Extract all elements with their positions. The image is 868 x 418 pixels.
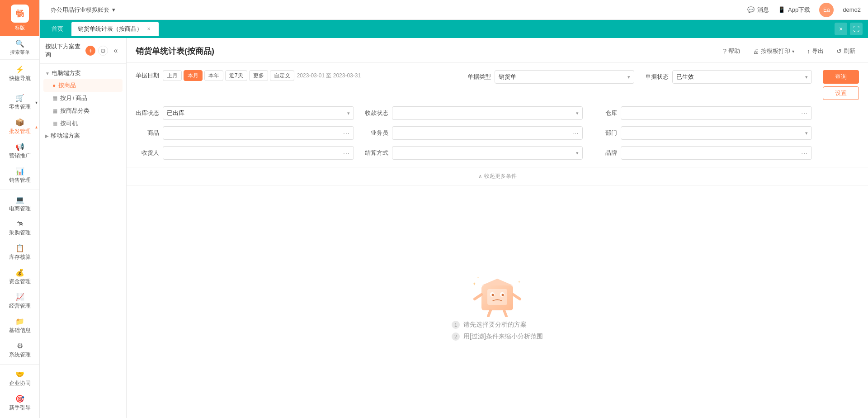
main-area: 办公用品行业模拟账套 ▾ 💬 消息 📱 App下载 Ea demo2 首页 销货…	[40, 0, 868, 418]
operations-icon: 📈	[15, 293, 24, 301]
filter-group-desktop: ▼ 电脑端方案 ● 按商品 ▦ 按月+商品 ▦ 按商品分类	[40, 67, 126, 130]
date-btn-7days[interactable]: 近7天	[225, 70, 247, 81]
filter-group-mobile: ▶ 移动端方案	[40, 130, 126, 142]
sales-mgmt-icon: 📊	[15, 167, 24, 176]
filter-item-by-month-product[interactable]: ▦ 按月+商品	[43, 92, 123, 104]
payment-status-arrow: ▾	[576, 110, 579, 116]
template-print-btn[interactable]: 🖨 按模板打印 ▾	[749, 45, 798, 57]
doc-status-value: 已生效	[676, 73, 694, 81]
svg-text:✦: ✦	[518, 280, 521, 284]
purchase-icon: 🛍	[16, 220, 24, 228]
collapse-conditions-btn[interactable]: ∧ 收起更多条件	[473, 171, 522, 181]
sidebar-search-label: 搜索菜单	[10, 49, 30, 56]
sidebar-item-inventory[interactable]: 📋 库存核算	[0, 240, 39, 265]
salesman-field: 业务员 ···	[365, 126, 583, 140]
sidebar-item-basic-info[interactable]: 📁 基础信息	[0, 314, 39, 338]
date-btn-this-month[interactable]: 本月	[184, 70, 203, 81]
warehouse-status-select[interactable]: 已出库 ▾	[163, 106, 354, 120]
tab-close-all-btn[interactable]: ×	[835, 23, 847, 35]
date-btn-last-month[interactable]: 上月	[163, 70, 182, 81]
payment-status-select[interactable]: ▾	[392, 106, 583, 120]
sidebar-item-wholesale[interactable]: 📦 批发管理 ▴	[0, 114, 39, 139]
settings-btn[interactable]: 设置	[823, 86, 859, 100]
tab-close-btn[interactable]: ×	[145, 25, 152, 33]
product-input[interactable]: ···	[163, 126, 354, 140]
filter-group-mobile-header[interactable]: ▶ 移动端方案	[43, 130, 123, 142]
hint-label-2: 用[过滤]条件来缩小分析范围	[463, 332, 543, 341]
product-field: 商品 ···	[136, 126, 354, 140]
dept-select[interactable]: ▾	[621, 126, 812, 140]
sidebar-item-operations[interactable]: 📈 经营管理	[0, 289, 39, 314]
date-btn-more[interactable]: 更多	[249, 70, 268, 81]
logo-area[interactable]: 畅 标版	[0, 0, 39, 36]
doc-status-label: 单据状态	[645, 73, 669, 81]
hint-badge-1: 1	[452, 321, 460, 329]
filter-item-by-category[interactable]: ▦ 按商品分类	[43, 104, 123, 117]
date-btn-custom[interactable]: 自定义	[270, 70, 294, 81]
doc-type-select[interactable]: 销货单 ▾	[495, 70, 634, 84]
filter-item-by-product[interactable]: ● 按商品	[43, 79, 123, 92]
message-btn[interactable]: 💬 消息	[747, 6, 769, 14]
query-btn[interactable]: 查询	[823, 70, 859, 84]
filter-add-btn[interactable]: +	[85, 46, 95, 56]
filter-panel-title: 按以下方案查询	[45, 43, 83, 59]
search-icon: 🔍	[15, 39, 24, 48]
sidebar-item-ecommerce[interactable]: 💻 电商管理	[0, 192, 39, 216]
brand-input[interactable]: ···	[621, 146, 812, 160]
user-name[interactable]: demo2	[843, 6, 861, 13]
export-icon: ↑	[807, 48, 810, 55]
settings-icon: ⊙	[100, 47, 106, 54]
sidebar-item-new-guide[interactable]: 🎯 新手引导	[0, 391, 39, 415]
sidebar-item-quick-nav[interactable]: ⚡ 快捷导航	[0, 62, 39, 86]
sidebar-nav-section-quick: ⚡ 快捷导航	[0, 60, 39, 88]
sidebar-item-marketing[interactable]: 📢 营销推广	[0, 139, 39, 163]
chevron-icon: ▾	[35, 100, 38, 105]
tab-maximize-btn[interactable]: ⛶	[850, 23, 863, 35]
page-title: 销货单统计表(按商品)	[136, 46, 214, 57]
filter-group-desktop-header[interactable]: ▼ 电脑端方案	[43, 67, 123, 79]
recipient-dots: ···	[343, 149, 350, 157]
filter-panel: 按以下方案查询 + ⊙ « ▼	[40, 38, 127, 418]
warehouse-input[interactable]: ···	[621, 106, 812, 120]
empty-hint-1: 1 请先选择要分析的方案	[452, 321, 543, 329]
industry-selector[interactable]: 办公用品行业模拟账套 ▾	[47, 4, 119, 16]
sidebar-search[interactable]: 🔍 搜索菜单	[0, 36, 39, 60]
doc-status-select[interactable]: 已生效 ▾	[672, 70, 812, 84]
sidebar-item-retail[interactable]: 🛒 零售管理 ▾	[0, 90, 39, 114]
user-avatar-initials: Ea	[823, 7, 830, 13]
date-btn-this-year[interactable]: 本年	[204, 70, 223, 81]
tab-sales-stat[interactable]: 销货单统计表（按商品） ×	[71, 22, 159, 36]
sidebar-item-label: 系统管理	[9, 351, 31, 359]
page-header: 销货单统计表(按商品) ? 帮助 🖨 按模板打印 ▾ ↑ 导出	[127, 38, 868, 63]
sidebar-item-sales-mgmt[interactable]: 📊 销售管理	[0, 163, 39, 188]
tab-home[interactable]: 首页	[45, 22, 70, 36]
topbar: 办公用品行业模拟账套 ▾ 💬 消息 📱 App下载 Ea demo2	[40, 0, 868, 20]
refresh-btn[interactable]: ↺ 刷新	[833, 45, 859, 57]
sidebar-item-purchase[interactable]: 🛍 采购管理	[0, 216, 39, 240]
salesman-input[interactable]: ···	[392, 126, 583, 140]
tabbar-controls: × ⛶	[835, 23, 863, 35]
filter-panel-header: 按以下方案查询 + ⊙ «	[40, 38, 126, 64]
settlement-label: 结算方式	[365, 149, 388, 157]
settlement-arrow: ▾	[576, 150, 579, 156]
export-btn[interactable]: ↑ 导出	[803, 45, 827, 57]
filter-settings-btn[interactable]: ⊙	[98, 46, 108, 56]
svg-point-5	[502, 294, 504, 296]
sidebar-item-app-center[interactable]: 📱 应用中心	[0, 415, 39, 418]
sidebar-item-label: 电商管理	[9, 205, 31, 213]
refresh-icon: ↺	[836, 48, 842, 55]
sidebar-item-finance[interactable]: 💰 资金管理	[0, 265, 39, 289]
user-avatar[interactable]: Ea	[819, 3, 834, 17]
logo-text: 标版	[15, 24, 25, 31]
add-icon: +	[89, 47, 92, 54]
sidebar-item-system[interactable]: ⚙ 系统管理	[0, 338, 39, 362]
sidebar-item-enterprise-collab[interactable]: 🤝 企业协同	[0, 366, 39, 391]
basic-info-icon: 📁	[15, 317, 24, 326]
recipient-input[interactable]: ···	[163, 146, 354, 160]
filter-item-by-clerk[interactable]: ▦ 按司机	[43, 117, 123, 130]
salesman-dots: ···	[572, 129, 579, 137]
filter-collapse-btn[interactable]: «	[111, 46, 121, 56]
help-btn[interactable]: ? 帮助	[719, 45, 744, 57]
settlement-select[interactable]: ▾	[392, 146, 583, 160]
app-download-btn[interactable]: 📱 App下载	[778, 6, 810, 14]
